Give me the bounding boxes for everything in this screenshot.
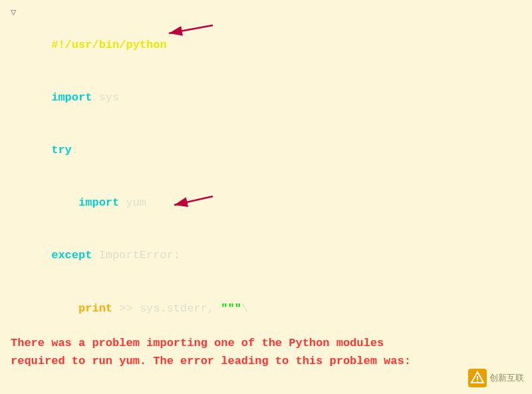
shebang-2: #!/usr/bin/python2: [11, 382, 521, 394]
code-container: ▽ #!/usr/bin/python import sys try: impo…: [0, 0, 532, 394]
block2: #!/usr/bin/python2 import sys try: impor…: [11, 382, 521, 394]
watermark: 创新互联: [468, 369, 524, 387]
watermark-logo: [468, 369, 487, 387]
import-yum-1: import yum: [11, 177, 521, 230]
blank-between: [11, 370, 521, 377]
except-1: except ImportError:: [11, 230, 521, 282]
import-sys-1: import sys: [11, 72, 521, 124]
try-1: try:: [11, 124, 521, 177]
svg-point-6: [477, 381, 478, 382]
shebang-1: #!/usr/bin/python: [11, 19, 521, 72]
error-msg-1a: There was a problem importing one of the…: [11, 335, 521, 352]
block1: #!/usr/bin/python import sys try: import…: [11, 19, 521, 370]
triangle-marker: ▽: [11, 7, 521, 18]
print-1: print >> sys.stderr, """\: [11, 282, 521, 335]
error-msg-1b: required to run yum. The error leading t…: [11, 353, 521, 370]
watermark-text: 创新互联: [489, 372, 524, 384]
